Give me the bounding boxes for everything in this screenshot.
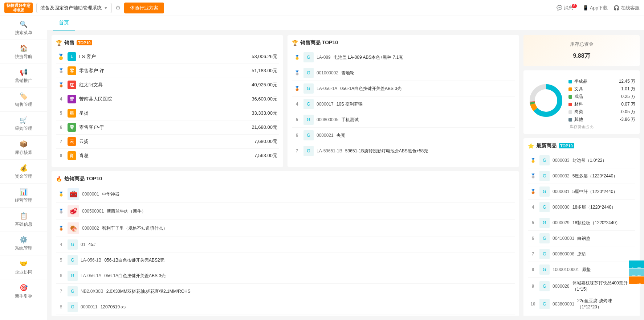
legend-item: 材料 0.07 万 <box>568 101 635 107</box>
product-icon: G <box>68 239 78 250</box>
sidebar-item-guide[interactable]: 🎯 新手引导 <box>0 279 47 303</box>
sidebar-item-sales[interactable]: 🏷️ 销售管理 <box>0 88 47 112</box>
product-image: 🥩 <box>68 205 79 217</box>
product-code: 0000011 <box>81 304 98 309</box>
sidebar-item-purchase[interactable]: 🛒 采购管理 <box>0 112 47 136</box>
sidebar: 🔍 搜索菜单 🏠 快捷导航 📢 营销推广 🏷️ 销售管理 🛒 采购管理 📦 库存… <box>0 16 47 320</box>
product-code: 0000033 <box>553 158 570 163</box>
avatar: 零 <box>68 66 76 75</box>
rank-num: 5 <box>293 117 301 122</box>
hot-product-list: 🥇 🧰 0000001 中华神器 🥈 🥩 000500001 新西兰牛肉（新牛） <box>56 186 515 316</box>
table-row: 8 肖 肖总 7,563.00元 <box>56 149 279 163</box>
app-download-item[interactable]: 📱 App下载 <box>583 5 608 11</box>
product-name: 10S 变刹罗猴 <box>337 101 513 107</box>
sidebar-item-search[interactable]: 🔍 搜索菜单 <box>0 16 47 40</box>
system-name: 装备及固定资产辅助管理系统 <box>40 5 102 11</box>
table-row: 🥈 G 001000002 雪地靴 <box>292 65 515 81</box>
gear-icon[interactable]: ⚙ <box>115 4 121 11</box>
product-name: 12070519-xs <box>101 304 513 309</box>
top-customers-card: 🏆 销售 TOP10 🥇 L LS 客户 53,006.26元 <box>52 35 283 167</box>
rank-medal: 🥇 <box>293 55 301 60</box>
customer-value: 53,006.26元 <box>252 53 277 60</box>
legend-item: 文具 1.01 万 <box>568 86 635 92</box>
product-icon: G <box>539 299 550 309</box>
sidebar-inventory-label: 库存核算 <box>15 149 32 156</box>
enterprise-icon: 🤝 <box>20 260 28 268</box>
product-code: 004100001 <box>553 236 574 241</box>
message-icon: 💬 <box>557 5 562 11</box>
product-name: 手机测试 <box>341 117 513 123</box>
table-row: 🥉 G LA-056-1A 056-1A白色按键开关盖ABS 3壳 <box>292 81 515 97</box>
product-name: 18多层（1220*2440） <box>572 204 634 210</box>
sidebar-shortcut-label: 快捷导航 <box>15 54 32 60</box>
rank-medal: 🥉 <box>57 226 65 231</box>
online-service-item[interactable]: 🎧 在线客服 <box>614 5 640 11</box>
sidebar-system-label: 系统管理 <box>15 245 32 251</box>
sidebar-item-system[interactable]: ⚙️ 系统管理 <box>0 231 47 255</box>
live-button[interactable]: 直播 <box>629 276 644 284</box>
rank-medal: 🥉 <box>293 86 301 91</box>
list-item: 🥈 G 0000032 5厘多层（1220*2440） <box>528 168 635 184</box>
customer-value: 51,183.00元 <box>252 67 277 74</box>
product-code: LA-056-1A <box>317 86 337 91</box>
sidebar-item-enterprise[interactable]: 🤝 企业协同 <box>0 255 47 279</box>
sidebar-item-marketing[interactable]: 📢 营销推广 <box>0 64 47 88</box>
new-products-card: ⭐ 最新商品 TOP10 🥇 G 0000033 封边带（1.0*22） 🥈 <box>523 138 640 316</box>
customer-name: LS 客户 <box>79 53 249 60</box>
product-name: 056-1A白色按键开关盖ABS 3壳 <box>104 273 513 279</box>
customer-service-button[interactable]: 客服热线 <box>629 260 644 268</box>
table-row: 4 苦 苦南县人民医院 36,600.00元 <box>56 92 279 106</box>
new-products-label: 最新商品 <box>536 143 557 149</box>
list-item: 9 G 0000028 体城嘉枝味苏打饮品400毫升（1*15） <box>528 278 635 295</box>
sidebar-item-finance[interactable]: 💰 资金管理 <box>0 160 47 184</box>
legend-label: 成品 <box>574 94 619 100</box>
trial-button[interactable]: 体验行业方案 <box>124 3 164 13</box>
product-name: 电池盖 LA-089 ABS本色+黑种 7.1克 <box>334 54 513 61</box>
online-service-label: 在线客服 <box>621 5 640 11</box>
rank-num: 7 <box>529 251 537 257</box>
sidebar-item-operations[interactable]: 📊 经营管理 <box>0 184 47 208</box>
rank-3-num: 🥉 <box>57 82 65 87</box>
topbar-right: 💬 消息 6 📱 App下载 🎧 在线客服 <box>557 5 640 11</box>
new-products-title: ⭐ 最新商品 TOP10 <box>528 143 635 149</box>
sidebar-item-inventory[interactable]: 📦 库存核算 <box>0 136 47 160</box>
sidebar-item-base[interactable]: 📋 基础信息 <box>0 208 47 231</box>
inventory-value: 9.88万 <box>529 49 634 60</box>
sell-product-list: 🥇 G LA-089 电池盖 LA-089 ABS本色+黑种 7.1克 🥈 G … <box>292 50 515 159</box>
product-name: 5厘多层（1220*2440） <box>572 173 634 179</box>
table-row: 🥇 G LA-089 电池盖 LA-089 ABS本色+黑种 7.1克 <box>292 50 515 65</box>
legend-dot <box>568 87 572 91</box>
sidebar-item-shortcut[interactable]: 🏠 快捷导航 <box>0 40 47 64</box>
product-icon: G <box>303 99 314 109</box>
list-item: 🥉 G 0000031 5厘中纤（1220*2440） <box>528 184 635 200</box>
avatar: 零 <box>68 123 76 132</box>
product-name: 18颗粒板（1220*2440） <box>572 220 634 226</box>
legend-item: 半成品 12.45 万 <box>568 78 635 85</box>
tab-home[interactable]: 首页 <box>53 16 75 30</box>
float-buttons: 客服热线 服务社区 直播 <box>629 260 644 284</box>
system-selector[interactable]: 装备及固定资产辅助管理系统 ▼ <box>36 3 112 13</box>
trophy-icon2: 🏆 <box>292 40 298 46</box>
rank-medal: 🥇 <box>57 192 65 197</box>
table-row: 7 G LA-59651-1B 59651-1B旋转投影灯电池盒ABS黑色+58… <box>292 143 515 159</box>
table-row: 6 零 零售客户-于 21,680.00元 <box>56 120 279 135</box>
product-icon: G <box>303 130 314 140</box>
product-code: 000800008 <box>553 251 574 257</box>
rank-num: 6 <box>293 133 301 138</box>
top-badge: TOP10 <box>77 40 92 45</box>
service-community-button[interactable]: 服务社区 <box>629 268 644 276</box>
rank-num: 6 <box>57 273 65 278</box>
avatar: 星 <box>68 109 76 118</box>
customer-name: 云扬 <box>79 138 251 145</box>
sidebar-purchase-label: 采购管理 <box>15 126 32 132</box>
rank-medal: 🥈 <box>293 70 301 75</box>
message-item[interactable]: 💬 消息 6 <box>557 5 577 11</box>
hot-title-text: 热销商品 TOP10 <box>64 176 102 182</box>
headset-icon: 🎧 <box>614 5 619 11</box>
legend-dot <box>568 95 572 99</box>
rank-num: 5 <box>57 111 65 116</box>
legend-label: 文具 <box>574 86 619 92</box>
avatar: 肖 <box>68 151 76 160</box>
guide-icon: 🎯 <box>20 284 28 292</box>
rank-medal: 🥇 <box>529 158 537 163</box>
